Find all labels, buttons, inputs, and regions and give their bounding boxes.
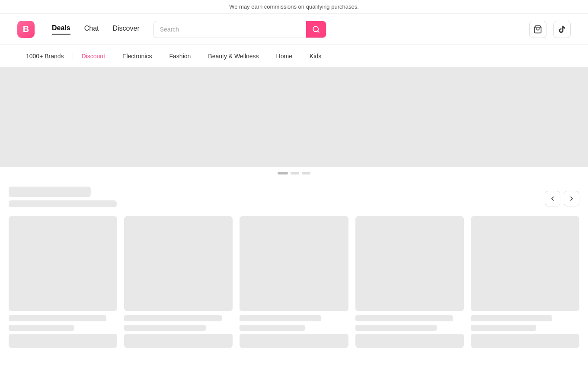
category-item-brands[interactable]: 1000+ Brands xyxy=(17,45,73,67)
product-price-skeleton xyxy=(124,325,205,331)
search-icon xyxy=(312,25,320,33)
category-item-kids[interactable]: Kids xyxy=(301,45,330,67)
search-input[interactable] xyxy=(154,22,306,37)
banner-text: We may earn commissions on qualifying pu… xyxy=(229,3,359,10)
logo[interactable]: B xyxy=(17,21,35,38)
product-title-skeleton xyxy=(9,315,106,321)
main-nav: Deals Chat Discover xyxy=(52,24,140,35)
product-price-skeleton xyxy=(240,325,305,331)
tiktok-button[interactable] xyxy=(553,21,571,38)
section-subtitle-skeleton xyxy=(9,200,117,207)
product-title-skeleton xyxy=(124,315,222,321)
search-wrapper xyxy=(153,21,326,38)
product-price-skeleton xyxy=(355,325,437,331)
product-title-skeleton xyxy=(240,315,321,321)
section-title-skeleton xyxy=(9,187,91,197)
carousel-header xyxy=(9,187,579,211)
product-price-skeleton xyxy=(471,325,536,331)
category-nav: 1000+ Brands Discount Electronics Fashio… xyxy=(0,45,588,67)
carousel-dot-3[interactable] xyxy=(302,172,310,174)
carousel-prev-button[interactable] xyxy=(545,191,560,206)
product-title-skeleton xyxy=(355,315,453,321)
product-btn-skeleton xyxy=(355,334,464,348)
tiktok-icon xyxy=(558,25,566,34)
product-card[interactable] xyxy=(471,216,579,348)
product-btn-skeleton xyxy=(471,334,579,348)
product-image-skeleton xyxy=(240,216,348,311)
header: B Deals Chat Discover xyxy=(0,14,588,45)
product-image-skeleton xyxy=(124,216,233,311)
carousel-dots xyxy=(0,167,588,180)
product-btn-skeleton xyxy=(9,334,117,348)
product-grid xyxy=(9,216,579,357)
product-image-skeleton xyxy=(355,216,464,311)
logo-icon: B xyxy=(17,21,35,38)
top-banner: We may earn commissions on qualifying pu… xyxy=(0,0,588,14)
product-card[interactable] xyxy=(124,216,233,348)
product-card[interactable] xyxy=(355,216,464,348)
product-btn-skeleton xyxy=(240,334,348,348)
product-card[interactable] xyxy=(9,216,117,348)
chevron-left-icon xyxy=(549,195,556,202)
nav-item-chat[interactable]: Chat xyxy=(84,25,99,34)
carousel-next-button[interactable] xyxy=(564,191,579,206)
carousel-controls xyxy=(545,191,579,206)
category-item-beauty[interactable]: Beauty & Wellness xyxy=(199,45,267,67)
section-header xyxy=(9,187,117,207)
bag-icon xyxy=(534,25,542,34)
carousel-dot-1[interactable] xyxy=(278,172,288,174)
search-container xyxy=(153,21,515,38)
product-image-skeleton xyxy=(471,216,579,311)
bag-button[interactable] xyxy=(529,21,546,38)
search-button[interactable] xyxy=(306,21,326,38)
nav-item-deals[interactable]: Deals xyxy=(52,24,70,35)
category-item-fashion[interactable]: Fashion xyxy=(161,45,200,67)
category-item-electronics[interactable]: Electronics xyxy=(114,45,160,67)
product-section xyxy=(0,180,588,357)
svg-line-1 xyxy=(317,31,319,32)
product-card[interactable] xyxy=(240,216,348,348)
product-price-skeleton xyxy=(9,325,74,331)
category-item-home[interactable]: Home xyxy=(268,45,301,67)
header-icons xyxy=(529,21,571,38)
carousel-dot-2[interactable] xyxy=(291,172,299,174)
chevron-right-icon xyxy=(568,195,575,202)
category-item-discount[interactable]: Discount xyxy=(73,45,114,67)
product-image-skeleton xyxy=(9,216,117,311)
hero-banner xyxy=(0,67,588,167)
product-title-skeleton xyxy=(471,315,552,321)
nav-item-discover[interactable]: Discover xyxy=(113,25,140,34)
product-btn-skeleton xyxy=(124,334,233,348)
